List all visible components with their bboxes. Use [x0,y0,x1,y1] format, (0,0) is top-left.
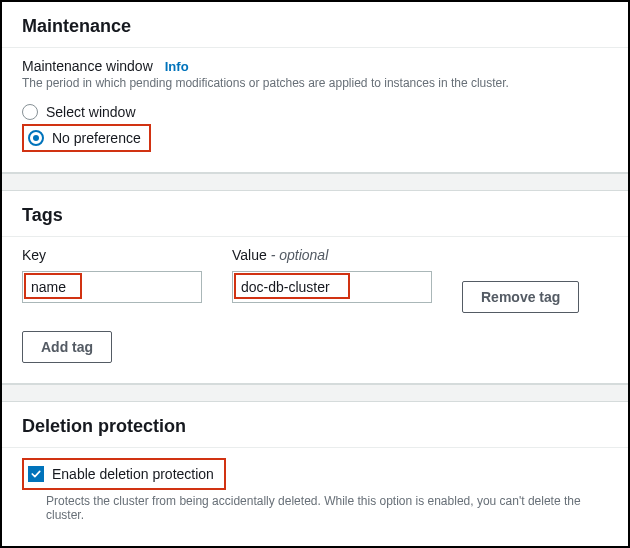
add-tag-button[interactable]: Add tag [22,331,112,363]
maintenance-title: Maintenance [22,16,608,37]
tag-value-optional: - optional [267,247,328,263]
deletion-section: Deletion protection Enable deletion prot… [2,402,628,542]
tags-section: Tags Key Value - optional [2,191,628,384]
tag-key-label: Key [22,247,202,263]
tag-value-label-text: Value [232,247,267,263]
enable-deletion-checkbox[interactable]: Enable deletion protection [28,466,214,482]
radio-icon [22,104,38,120]
highlight-enable-deletion: Enable deletion protection [22,458,226,490]
deletion-body: Enable deletion protection Protects the … [2,447,628,542]
tags-row: Key Value - optional R [22,247,608,313]
maintenance-window-label-row: Maintenance window Info [22,58,608,74]
deletion-header: Deletion protection [2,402,628,447]
section-gap [2,384,628,402]
maintenance-header: Maintenance [2,2,628,47]
highlight-no-preference: No preference [22,124,151,152]
radio-no-preference-label: No preference [52,130,141,146]
tag-remove-column: Remove tag [462,247,579,313]
tag-key-column: Key [22,247,202,303]
radio-select-window[interactable]: Select window [22,100,608,124]
info-link[interactable]: Info [165,59,189,74]
checkmark-icon [30,468,42,480]
tags-header: Tags [2,191,628,236]
tag-value-label: Value - optional [232,247,432,263]
maintenance-window-label: Maintenance window [22,58,153,74]
enable-deletion-desc: Protects the cluster from being accident… [46,494,606,522]
remove-tag-button[interactable]: Remove tag [462,281,579,313]
radio-select-window-label: Select window [46,104,136,120]
tag-value-column: Value - optional [232,247,432,303]
tag-key-input[interactable] [22,271,202,303]
section-gap [2,173,628,191]
checkbox-checked-icon [28,466,44,482]
maintenance-body: Maintenance window Info The period in wh… [2,47,628,172]
tag-value-input[interactable] [232,271,432,303]
radio-no-preference[interactable]: No preference [28,130,141,146]
tags-body: Key Value - optional R [2,236,628,383]
maintenance-window-desc: The period in which pending modification… [22,76,608,90]
radio-dot-icon [33,135,39,141]
enable-deletion-label: Enable deletion protection [52,466,214,482]
deletion-title: Deletion protection [22,416,608,437]
maintenance-section: Maintenance Maintenance window Info The … [2,2,628,173]
radio-icon [28,130,44,146]
tags-title: Tags [22,205,608,226]
form-container: Maintenance Maintenance window Info The … [0,0,630,548]
tag-value-input-wrap [232,271,432,303]
tag-key-input-wrap [22,271,202,303]
